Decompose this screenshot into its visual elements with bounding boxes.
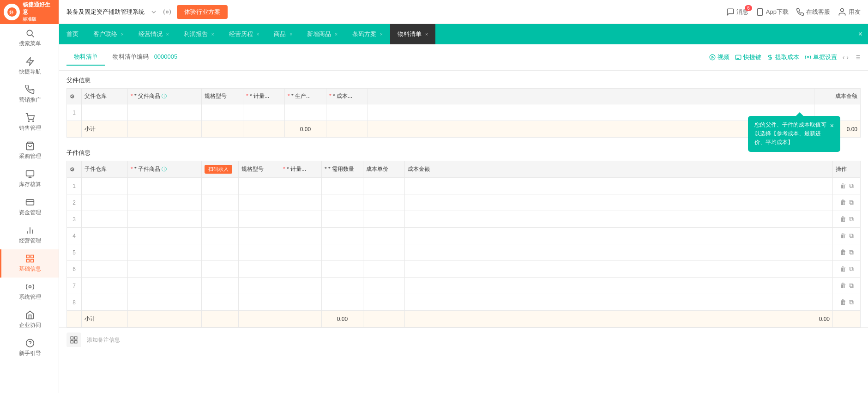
svg-point-5 [29, 121, 30, 122]
tab-history-close[interactable]: × [257, 32, 259, 37]
user-button[interactable]: 用友 [838, 7, 861, 17]
tab-new-goods-close[interactable]: × [335, 32, 338, 37]
child-col-unit: * * 计量... [280, 161, 322, 178]
bottom-icon[interactable] [66, 333, 81, 347]
child-table-row: 7 🗑⧉ [67, 278, 861, 294]
tab-goods[interactable]: 商品 × [266, 24, 300, 44]
sidebar-item-ops[interactable]: 经营管理 [0, 221, 59, 249]
child-spec-2[interactable] [239, 194, 280, 211]
child-warehouse-2[interactable] [82, 194, 128, 211]
tab-history[interactable]: 经营历程 × [222, 24, 267, 44]
tooltip-close-button[interactable]: × [830, 121, 834, 131]
child-unit-2[interactable] [280, 194, 322, 211]
delete-row-5-button[interactable]: 🗑 [840, 248, 846, 256]
sidebar-item-sales[interactable]: 销售管理 [0, 109, 59, 137]
service-button[interactable]: 在线客服 [796, 8, 830, 16]
shortcut-btn[interactable]: 快捷键 [735, 53, 761, 61]
next-arrow[interactable]: › [846, 54, 849, 61]
sidebar-item-finance[interactable]: 资金管理 [0, 193, 59, 221]
tab-operations[interactable]: 经营情况 × [131, 24, 176, 44]
svg-point-25 [710, 54, 715, 60]
parent-col-unit: * * 计量... [243, 89, 285, 104]
tab-bom[interactable]: 物料清单 × [390, 24, 435, 44]
sidebar-item-quick-nav[interactable]: 快捷导航 [0, 52, 59, 80]
app-download-button[interactable]: App下载 [756, 8, 789, 16]
extract-cost-btn[interactable]: 提取成本 [767, 53, 799, 61]
svg-point-2 [27, 30, 32, 36]
copy-row-2-button[interactable]: ⧉ [849, 199, 854, 206]
sidebar-item-inventory[interactable]: 库存核算 [0, 165, 59, 193]
delete-row-7-button[interactable]: 🗑 [840, 282, 846, 290]
sidebar-item-purchase[interactable]: 采购管理 [0, 137, 59, 165]
tab-operations-close[interactable]: × [166, 32, 169, 37]
child-product-2[interactable] [128, 194, 202, 211]
delete-row-1-button[interactable]: 🗑 [840, 182, 846, 190]
child-col-settings[interactable]: ⚙ [67, 161, 82, 178]
parent-spec-cell[interactable] [202, 104, 243, 121]
sidebar-item-search[interactable]: 搜索菜单 [0, 24, 59, 52]
parent-section: 父件信息 ⚙ 父件仓库 * * 父件商品 ⓘ 规格型号 [59, 71, 868, 138]
view-toggle[interactable] [854, 54, 861, 60]
close-all-tabs[interactable]: × [853, 30, 868, 38]
child-col-product: * * 子件商品 ⓘ [128, 161, 202, 178]
sidebar-item-enterprise[interactable]: 企业协同 [0, 306, 59, 334]
tab-new-goods[interactable]: 新增商品 × [300, 24, 345, 44]
parent-product-cell[interactable] [128, 104, 202, 121]
cost-tooltip: × 您的父件、子件的成本取值可以选择【参考成本、最新进价、平均成本】 [748, 116, 840, 152]
child-unit-1[interactable] [280, 178, 322, 194]
child-table-row: 4 🗑⧉ [67, 228, 861, 244]
copy-row-7-button[interactable]: ⧉ [849, 282, 854, 290]
svg-point-6 [33, 121, 34, 122]
scan-input-button[interactable]: 扫码录入 [205, 165, 232, 174]
child-warehouse-1[interactable] [82, 178, 128, 194]
parent-produce-cell[interactable] [285, 104, 326, 121]
tab-home[interactable]: 首页 [59, 24, 86, 44]
copy-row-4-button[interactable]: ⧉ [849, 232, 854, 240]
svg-marker-4 [27, 58, 34, 66]
svg-line-3 [32, 35, 34, 37]
child-scan-1 [202, 178, 239, 194]
prev-arrow[interactable]: ‹ [843, 54, 845, 61]
parent-warehouse-cell[interactable] [82, 104, 128, 121]
copy-row-8-button[interactable]: ⧉ [849, 298, 854, 306]
sidebar-item-basic[interactable]: 基础信息 [0, 249, 59, 278]
delete-row-3-button[interactable]: 🗑 [840, 215, 846, 223]
copy-row-6-button[interactable]: ⧉ [849, 265, 854, 273]
delete-row-4-button[interactable]: 🗑 [840, 232, 846, 240]
child-spec-1[interactable] [239, 178, 280, 194]
svg-rect-38 [75, 341, 77, 343]
tab-goods-close[interactable]: × [289, 32, 292, 37]
parent-cost-cell[interactable] [326, 104, 368, 121]
try-industry-button[interactable]: 体验行业方案 [177, 5, 228, 19]
tab-customer[interactable]: 客户联络 × [86, 24, 131, 44]
parent-col-settings[interactable]: ⚙ [67, 89, 82, 104]
child-unit-cost-2 [363, 194, 405, 211]
settings-icon[interactable] [163, 8, 171, 16]
message-button[interactable]: 消息 6 [726, 8, 748, 16]
sidebar-item-guide[interactable]: 新手引导 [0, 334, 59, 362]
delete-row-2-button[interactable]: 🗑 [840, 199, 846, 206]
delete-row-8-button[interactable]: 🗑 [840, 298, 846, 306]
copy-row-1-button[interactable]: ⧉ [849, 182, 854, 190]
sidebar-item-system[interactable]: 系统管理 [0, 278, 59, 306]
video-btn[interactable]: 视频 [709, 53, 729, 61]
child-table-header: ⚙ 子件仓库 * * 子件商品 ⓘ 扫码录入 规格型号 * * 计量... [67, 161, 861, 178]
svg-rect-15 [31, 255, 34, 258]
single-settings-btn[interactable]: 单据设置 [805, 53, 837, 61]
sidebar-item-marketing[interactable]: 营销推广 [0, 80, 59, 109]
child-qty-1[interactable] [322, 178, 363, 194]
tab-profit[interactable]: 利润报告 × [176, 24, 222, 44]
copy-row-5-button[interactable]: ⧉ [849, 248, 854, 256]
child-product-1[interactable] [128, 178, 202, 194]
copy-row-3-button[interactable]: ⧉ [849, 215, 854, 223]
tab-barcode-close[interactable]: × [380, 32, 383, 37]
child-qty-2[interactable] [322, 194, 363, 211]
parent-table: ⚙ 父件仓库 * * 父件商品 ⓘ 规格型号 * * 计量... [66, 88, 861, 138]
tab-bom-close[interactable]: × [425, 32, 428, 37]
tab-barcode[interactable]: 条码方案 × [345, 24, 390, 44]
breadcrumb-tab-bom[interactable]: 物料清单 [66, 49, 105, 66]
tab-customer-close[interactable]: × [121, 32, 124, 37]
delete-row-6-button[interactable]: 🗑 [840, 265, 846, 273]
tab-profit-close[interactable]: × [211, 32, 214, 37]
parent-unit-cell[interactable] [243, 104, 285, 121]
